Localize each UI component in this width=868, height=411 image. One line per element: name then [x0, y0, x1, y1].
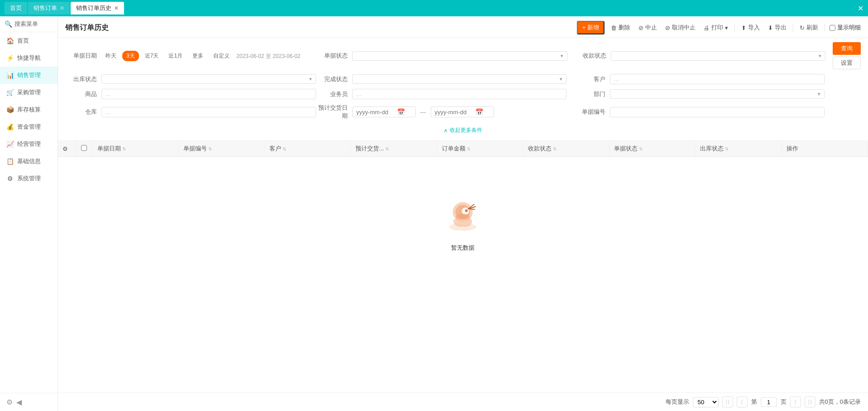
delivery-date-start[interactable]: 📅 [352, 106, 416, 117]
page-size-label: 每页显示 [666, 398, 689, 406]
page-title: 销售订单历史 [65, 23, 109, 33]
display-detail-toggle[interactable]: 显示明细 [830, 24, 861, 32]
col-no-sort-icon: ⇅ [208, 146, 212, 151]
delivery-date-end-input[interactable] [435, 109, 475, 116]
page-size-select[interactable]: 20 50 100 [693, 397, 719, 407]
date-tab-custom[interactable]: 自定义 [209, 51, 234, 61]
col-order-status[interactable]: 单据状态 ⇅ [609, 141, 695, 157]
export-label: 导出 [775, 24, 786, 32]
query-button[interactable]: 查询 [833, 42, 861, 55]
department-select[interactable]: ▾ [610, 89, 825, 99]
top-close-btn[interactable]: ✕ [858, 4, 863, 13]
delivery-date-start-input[interactable] [356, 109, 397, 116]
top-bar: 首页 销售订单 ✕ 销售订单历史 ✕ ✕ [0, 0, 868, 16]
export-button[interactable]: ⬇ 导出 [766, 23, 788, 33]
new-button[interactable]: + 新增 [577, 21, 604, 34]
last-page-btn[interactable]: ⟩⟩ [805, 396, 815, 407]
sidebar-settings-btn[interactable]: ⚙ [6, 398, 13, 406]
col-no[interactable]: 单据编号 ⇅ [178, 141, 264, 157]
tab-home[interactable]: 首页 [5, 2, 27, 15]
col-outbound-status[interactable]: 出库状态 ⇅ [695, 141, 782, 157]
warehouse-input[interactable]: ... [101, 107, 316, 117]
date-filter-value: 昨天 3天 近7天 近1月 更多 自定义 2023-06-02 至 2023-0… [101, 51, 316, 61]
col-order-status-label: 单据状态 [614, 145, 638, 153]
sidebar-item-inventory[interactable]: 📦 库存核算 [0, 101, 58, 118]
tab-sales-order-history[interactable]: 销售订单历史 ✕ [71, 2, 124, 15]
goods-input[interactable]: ... [101, 89, 316, 99]
salesman-input[interactable]: ... [352, 89, 567, 99]
purchase-icon: 🛒 [6, 89, 14, 96]
department-arrow-icon: ▾ [818, 91, 820, 97]
system-icon: ⚙ [6, 175, 14, 182]
refresh-button[interactable]: ↻ 刷新 [798, 23, 820, 33]
calendar-end-icon[interactable]: 📅 [475, 108, 483, 116]
sidebar-item-quick-nav[interactable]: ⚡ 快捷导航 [0, 49, 58, 67]
page-input[interactable] [761, 397, 777, 407]
setting-button[interactable]: 设置 [833, 57, 861, 69]
sidebar-item-finance[interactable]: 💰 资金管理 [0, 118, 58, 135]
table-check-col[interactable] [76, 141, 92, 157]
col-date[interactable]: 单据日期 ⇅ [92, 141, 178, 157]
date-tab-yesterday[interactable]: 昨天 [101, 51, 120, 61]
print-button[interactable]: 🖨 打印 ▾ [702, 23, 730, 33]
date-tab-7days[interactable]: 近7天 [141, 51, 163, 61]
sidebar-item-home[interactable]: 🏠 首页 [0, 32, 58, 49]
col-delivery-date-sort-icon: ⇅ [385, 146, 389, 151]
select-all-checkbox[interactable] [81, 145, 87, 151]
toolbar: + 新增 🗑 删除 ⊘ 中止 ⊘ 取消中止 🖨 打印 ▾ [577, 21, 861, 34]
cancel-stop-button[interactable]: ⊘ 取消中止 [663, 23, 697, 33]
order-no-text-input[interactable] [614, 109, 820, 116]
col-receipt-status[interactable]: 收款状态 ⇅ [523, 141, 609, 157]
toolbar-divider-3 [825, 24, 825, 31]
delivery-date-end[interactable]: 📅 [431, 106, 494, 117]
tab-sales-order-history-close[interactable]: ✕ [114, 5, 119, 11]
tab-sales-order-close[interactable]: ✕ [60, 5, 64, 11]
order-no-input[interactable] [610, 107, 825, 117]
display-detail-checkbox[interactable] [830, 25, 835, 31]
date-label: 单据日期 [65, 52, 101, 60]
receipt-status-select[interactable]: ▾ [611, 51, 825, 61]
outbound-status-select[interactable]: ▾ [101, 74, 316, 84]
toolbar-divider-1 [734, 24, 735, 31]
table-settings-col[interactable]: ⚙ [58, 141, 76, 157]
import-label: 导入 [748, 24, 760, 32]
col-amount[interactable]: 订单金额 ⇅ [437, 141, 523, 157]
sidebar-search-label: 搜索菜单 [14, 20, 38, 28]
col-delivery-date[interactable]: 预计交货... ⇅ [351, 141, 437, 157]
date-tab-more[interactable]: 更多 [188, 51, 207, 61]
next-page-btn[interactable]: ⟩ [790, 396, 801, 407]
customer-input[interactable]: ... [610, 74, 825, 84]
import-button[interactable]: ⬆ 导入 [739, 23, 762, 33]
empty-state-text: 暂无数据 [451, 244, 475, 252]
table-settings-icon[interactable]: ⚙ [62, 145, 68, 152]
sidebar-item-operations[interactable]: 📈 经营管理 [0, 135, 58, 153]
sidebar-item-operations-label: 经营管理 [17, 140, 41, 148]
sidebar-collapse-btn[interactable]: ◀ [16, 398, 22, 406]
finance-icon: 💰 [6, 123, 14, 131]
col-date-label: 单据日期 [97, 145, 121, 153]
filter-row-3: 商品 ... 业务员 ... 部门 ▾ [65, 89, 861, 99]
top-bar-right: ✕ [858, 4, 863, 13]
order-status-select[interactable]: ▾ [352, 51, 567, 61]
stop-button[interactable]: ⊘ 中止 [637, 23, 659, 33]
first-page-btn[interactable]: ⟨⟨ [722, 396, 733, 407]
sidebar-search[interactable]: 🔍 搜索菜单 [0, 16, 58, 32]
date-tab-3days[interactable]: 3天 [122, 51, 139, 61]
stop-label: 中止 [645, 24, 657, 32]
date-tab-1month[interactable]: 近1月 [164, 51, 187, 61]
empty-state-icon [440, 193, 485, 238]
tab-sales-order[interactable]: 销售订单 ✕ [28, 2, 70, 15]
completion-status-select[interactable]: ▾ [352, 74, 567, 84]
collapse-row[interactable]: ∧ 收起更多条件 [65, 125, 861, 136]
prev-page-btn[interactable]: ⟨ [737, 396, 748, 407]
col-receipt-status-label: 收款状态 [528, 145, 551, 153]
calendar-start-icon[interactable]: 📅 [397, 108, 405, 116]
sidebar-item-purchase[interactable]: 🛒 采购管理 [0, 84, 58, 101]
sidebar-item-sales-label: 销售管理 [17, 71, 41, 79]
sidebar-item-sales[interactable]: 📊 销售管理 [0, 67, 58, 84]
print-icon: 🖨 [704, 24, 710, 31]
sidebar-item-system[interactable]: ⚙ 系统管理 [0, 170, 58, 187]
sidebar-item-basic-info[interactable]: 📋 基础信息 [0, 153, 58, 170]
col-customer[interactable]: 客户 ⇅ [265, 141, 351, 157]
delete-button[interactable]: 🗑 删除 [609, 23, 632, 33]
